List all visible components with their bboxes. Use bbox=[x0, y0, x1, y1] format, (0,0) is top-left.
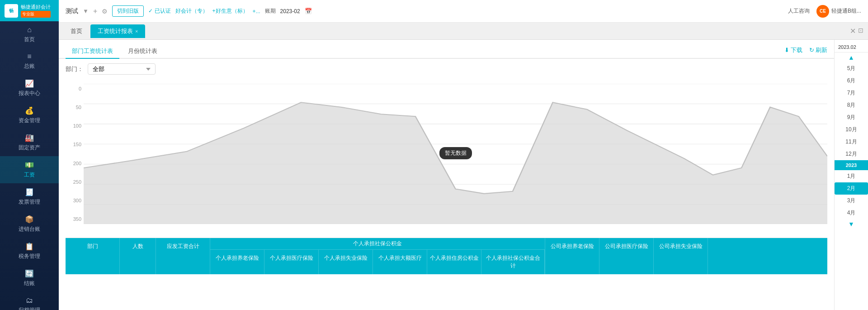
th-company-pension: 公司承担养老保险 bbox=[545, 238, 599, 274]
table-header-row: 部门 人数 应发工资合计 个人承担社保公积金 bbox=[66, 238, 827, 274]
y-label-350: 350 bbox=[66, 216, 84, 222]
right-panel-date: 2023.02 bbox=[838, 44, 856, 50]
month-mar[interactable]: 3月 bbox=[835, 195, 868, 207]
tab-salary-report[interactable]: 工资统计报表 × bbox=[90, 24, 145, 38]
th-count-label: 人数 bbox=[132, 243, 143, 249]
dept-filter-label: 部门： bbox=[66, 65, 83, 73]
th-housing-label: 个人承担住房公积金 bbox=[430, 255, 479, 261]
tab-close-btn[interactable]: × bbox=[135, 29, 138, 34]
subtab-monthly-label: 月份统计表 bbox=[128, 48, 157, 54]
month-jul[interactable]: 7月 bbox=[835, 87, 868, 99]
year-2023: 2023 bbox=[835, 160, 868, 170]
th-pension-label: 个人承担养老保险 bbox=[216, 255, 259, 261]
sidebar-item-reports[interactable]: 📈 报表中心 bbox=[0, 75, 59, 102]
subtab-bar: 部门工资统计表 月份统计表 ⬇ 下载 ↻ 刷新 bbox=[59, 40, 834, 59]
y-label-100: 100 bbox=[66, 123, 84, 129]
salary-icon: 💵 bbox=[25, 161, 34, 169]
app-logo: 畅 畅捷通好会计 专业版 bbox=[0, 0, 59, 21]
sidebar-item-settle[interactable]: 🔄 结账 bbox=[0, 265, 59, 292]
tooltip-text: 暂无数据 bbox=[445, 150, 467, 156]
month-nov[interactable]: 11月 bbox=[835, 136, 868, 148]
tag-more: +... bbox=[253, 8, 260, 14]
sidebar-item-funds[interactable]: 💰 资金管理 bbox=[0, 102, 59, 129]
sidebar-item-invoice[interactable]: 🧾 发票管理 bbox=[0, 183, 59, 210]
month-aug[interactable]: 8月 bbox=[835, 99, 868, 111]
settings-gear-icon[interactable]: ⚙ bbox=[102, 8, 108, 15]
bottom-table: 部门 人数 应发工资合计 个人承担社保公积金 bbox=[66, 238, 827, 274]
month-feb[interactable]: 2月 bbox=[835, 182, 868, 195]
home-icon: ⌂ bbox=[27, 26, 32, 34]
tag-verified: ✓ 已认证 bbox=[148, 7, 170, 15]
month-jun[interactable]: 6月 bbox=[835, 75, 868, 87]
th-unemploy: 个人承担失业保险 bbox=[319, 250, 373, 274]
th-count: 人数 bbox=[120, 238, 156, 274]
sidebar-item-home[interactable]: ⌂ 首页 bbox=[0, 21, 59, 48]
reports-icon: 📈 bbox=[25, 79, 34, 88]
subtab-monthly[interactable]: 月份统计表 bbox=[122, 44, 164, 59]
sidebar-label-salary: 工资 bbox=[24, 171, 35, 179]
th-unemploy-label: 个人承担失业保险 bbox=[324, 255, 368, 261]
invoice-icon: 🧾 bbox=[25, 188, 34, 196]
sidebar-item-sales[interactable]: 📦 进销台账 bbox=[0, 210, 59, 238]
dept-select[interactable]: 全部 财务部 销售部 技术部 人事部 bbox=[88, 63, 156, 75]
tab-home[interactable]: 首页 bbox=[63, 24, 90, 38]
tag-haokuai: 好会计（专） bbox=[175, 7, 208, 15]
y-label-0: 0 bbox=[66, 86, 84, 91]
th-medical-label: 个人承担医疗保险 bbox=[270, 255, 313, 261]
sidebar-item-ledger[interactable]: ≡ 总账 bbox=[0, 48, 59, 75]
sidebar-item-tax[interactable]: 📋 税务管理 bbox=[0, 238, 59, 265]
workspace-dropdown-icon[interactable]: ▼ bbox=[83, 8, 89, 14]
app-name: 畅捷通好会计 bbox=[21, 4, 51, 10]
prev-months-btn[interactable]: ▲ bbox=[847, 52, 856, 62]
logo-icon: 畅 bbox=[5, 4, 18, 18]
th-total-salary-label: 应发工资合计 bbox=[167, 243, 199, 249]
add-icon[interactable]: + bbox=[93, 7, 97, 15]
sales-icon: 📦 bbox=[25, 215, 34, 224]
sidebar-label-invoice: 发票管理 bbox=[19, 198, 40, 206]
next-months-btn[interactable]: ▼ bbox=[847, 219, 856, 229]
refresh-btn[interactable]: ↻ 刷新 bbox=[809, 46, 827, 54]
month-apr[interactable]: 4月 bbox=[835, 207, 868, 219]
archive-icon: 🗂 bbox=[26, 296, 33, 305]
th-total-salary: 应发工资合计 bbox=[156, 238, 210, 274]
subtab-dept[interactable]: 部门工资统计表 bbox=[66, 44, 119, 59]
th-company-medical: 公司承担医疗保险 bbox=[599, 238, 654, 274]
window-close-btn[interactable]: ✕ bbox=[850, 27, 856, 35]
download-icon: ⬇ bbox=[784, 47, 789, 53]
sidebar-item-salary[interactable]: 💵 工资 bbox=[0, 156, 59, 183]
funds-icon: 💰 bbox=[25, 106, 34, 115]
month-jan[interactable]: 1月 bbox=[835, 170, 868, 182]
th-personal-group: 个人承担社保公积金 个人承担养老保险 个人承担医疗保险 个人承担失业保险 bbox=[210, 238, 545, 274]
tax-icon: 📋 bbox=[25, 242, 34, 251]
sidebar-label-sales: 进销台账 bbox=[19, 225, 40, 233]
window-expand-btn[interactable]: ⊡ bbox=[858, 27, 863, 35]
sidebar-label-home: 首页 bbox=[24, 36, 35, 43]
download-btn[interactable]: ⬇ 下载 bbox=[784, 46, 802, 54]
ai-service-btn[interactable]: 人工咨询 bbox=[788, 7, 810, 15]
month-oct[interactable]: 10月 bbox=[835, 124, 868, 136]
chart-svg-wrap: 暂无数据 bbox=[84, 84, 827, 224]
calendar-icon[interactable]: 📅 bbox=[305, 8, 312, 14]
period-label: 账期 bbox=[265, 7, 276, 15]
refresh-label: 刷新 bbox=[816, 46, 827, 54]
month-may[interactable]: 5月 bbox=[835, 62, 868, 75]
workspace-title: 测试 bbox=[66, 7, 78, 15]
right-date-panel: 2023.02 ▲ 5月 6月 7月 8月 9月 10月 11月 12月 202… bbox=[834, 40, 868, 310]
sidebar-label-tax: 税务管理 bbox=[19, 253, 40, 260]
y-label-300: 300 bbox=[66, 198, 84, 203]
tab-salary-label: 工资统计报表 bbox=[98, 27, 133, 35]
month-dec[interactable]: 12月 bbox=[835, 148, 868, 160]
ledger-icon: ≡ bbox=[27, 52, 31, 61]
switch-old-btn[interactable]: 切到旧版 bbox=[112, 5, 144, 17]
th-company-medical-label: 公司承担医疗保险 bbox=[605, 243, 648, 249]
sidebar-label-ledger: 总账 bbox=[24, 62, 35, 70]
tag-haoshengyi: +好生意（标） bbox=[212, 7, 248, 15]
main-content: 测试 ▼ + ⚙ 切到旧版 ✓ 已认证 好会计（专） +好生意（标） +... … bbox=[59, 0, 868, 310]
month-sep[interactable]: 9月 bbox=[835, 111, 868, 124]
sidebar-item-assets[interactable]: 🏭 固定资产 bbox=[0, 129, 59, 156]
th-personal-total: 个人承担社保公积金合计 bbox=[481, 250, 545, 274]
user-menu[interactable]: CE 轻捷通B组... bbox=[816, 5, 861, 18]
th-company-unemploy-label: 公司承担失业保险 bbox=[659, 243, 703, 249]
sidebar-item-archive[interactable]: 🗂 归档管理 bbox=[0, 292, 59, 310]
sidebar-label-funds: 资金管理 bbox=[19, 117, 40, 124]
